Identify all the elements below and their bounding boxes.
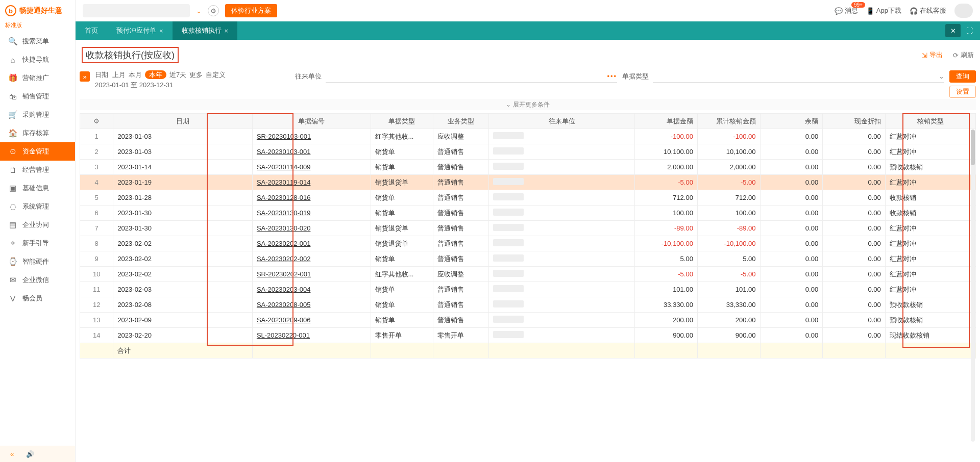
filter-date-range[interactable]: 2023-01-01 至 2023-12-31 bbox=[95, 81, 229, 90]
table-row[interactable]: 62023-01-30SA-20230130-019销货单普通销售100.001… bbox=[80, 206, 976, 221]
table-scrollbar-thumb[interactable] bbox=[971, 130, 975, 165]
table-row[interactable]: 42023-01-19SA-20230119-014销货退货单普通销售-5.00… bbox=[80, 175, 976, 190]
sidebar-item-8[interactable]: ▣基础信息 bbox=[0, 179, 75, 197]
col-party[interactable]: 往来单位 bbox=[489, 114, 635, 129]
doc-no-link[interactable]: SA-20230202-002 bbox=[257, 255, 311, 263]
date-range-本年[interactable]: 本年 bbox=[145, 70, 166, 79]
app-download-link[interactable]: 📱 App下载 bbox=[866, 6, 901, 15]
cell-doc-no: SA-20230119-014 bbox=[252, 175, 371, 190]
filter-doctype-select[interactable]: ⌄ bbox=[653, 70, 944, 83]
cell-doc-type: 销货单 bbox=[371, 251, 433, 267]
date-to: 2023-12-31 bbox=[139, 81, 174, 89]
party-more-icon[interactable]: ••• bbox=[607, 72, 617, 80]
doc-no-link[interactable]: SL-20230220-001 bbox=[257, 331, 310, 339]
col-cum-writeoff[interactable]: 累计核销金额 bbox=[697, 114, 760, 129]
doc-no-link[interactable]: SA-20230119-014 bbox=[257, 178, 311, 186]
doc-no-link[interactable]: SR-20230103-001 bbox=[257, 133, 311, 140]
brand-edition: 标准版 bbox=[0, 21, 75, 32]
filter-party-input[interactable]: ••• bbox=[326, 70, 617, 83]
col-biz-type[interactable]: 业务类型 bbox=[433, 114, 489, 129]
sidebar-item-6[interactable]: ⊙资金管理 bbox=[0, 142, 75, 161]
org-selector[interactable] bbox=[83, 4, 190, 17]
table-row[interactable]: 112023-02-03SA-20230203-004销货单普通销售101.00… bbox=[80, 282, 976, 297]
doc-no-link[interactable]: SA-20230114-009 bbox=[257, 163, 311, 171]
tab-1[interactable]: 预付冲应付单× bbox=[107, 21, 173, 40]
table-row[interactable]: 52023-01-28SA-20230128-016销货单普通销售712.007… bbox=[80, 190, 976, 206]
table-row[interactable]: 132023-02-09SA-20230209-006销货单普通销售200.00… bbox=[80, 313, 976, 328]
online-service-link[interactable]: 🎧 在线客服 bbox=[910, 6, 946, 15]
sidebar-item-4[interactable]: 🛒采购管理 bbox=[0, 106, 75, 124]
cell-index: 4 bbox=[80, 175, 113, 190]
org-caret-icon[interactable]: ⌄ bbox=[196, 7, 202, 15]
table-header-row: ⚙ 日期 单据编号 单据类型 业务类型 往来单位 单据金额 累计核销金额 余额 … bbox=[80, 114, 976, 129]
doc-no-link[interactable]: SA-20230103-001 bbox=[257, 148, 311, 156]
tab-close-icon[interactable]: ✕ bbox=[945, 24, 961, 37]
doc-no-link[interactable]: SA-20230202-001 bbox=[257, 240, 311, 247]
table-row[interactable]: 72023-01-30SA-20230130-020销货退货单普通销售-89.0… bbox=[80, 221, 976, 236]
doc-no-link[interactable]: SA-20230208-005 bbox=[257, 301, 311, 309]
sidebar-item-0[interactable]: 🔍搜索菜单 bbox=[0, 32, 75, 50]
col-cash-discount[interactable]: 现金折扣 bbox=[823, 114, 886, 129]
sidebar-item-10[interactable]: ▤企业协同 bbox=[0, 216, 75, 234]
doc-no-link[interactable]: SA-20230203-004 bbox=[257, 286, 311, 293]
date-range-更多[interactable]: 更多 bbox=[189, 71, 203, 79]
doc-no-link[interactable]: SA-20230209-006 bbox=[257, 316, 311, 324]
table-row[interactable]: 102023-02-02SR-20230202-001红字其他收...应收调整-… bbox=[80, 267, 976, 282]
col-doc-no[interactable]: 单据编号 bbox=[252, 114, 371, 129]
doc-no-link[interactable]: SA-20230130-020 bbox=[257, 224, 311, 232]
sidebar-item-label: 企业微信 bbox=[22, 275, 49, 285]
page-title: 收款核销执行(按应收) bbox=[86, 50, 175, 60]
col-doc-type[interactable]: 单据类型 bbox=[371, 114, 433, 129]
user-avatar[interactable] bbox=[954, 4, 973, 18]
tab-close-x-icon[interactable]: × bbox=[225, 27, 229, 35]
table-row[interactable]: 122023-02-08SA-20230208-005销货单普通销售33,330… bbox=[80, 297, 976, 313]
settings-button[interactable]: 设置 bbox=[949, 86, 976, 98]
export-link[interactable]: ⇲导出 bbox=[922, 50, 943, 60]
messages-link[interactable]: 💬 消息 99+ bbox=[835, 6, 858, 15]
sound-icon[interactable]: 🔊 bbox=[26, 450, 34, 458]
table-row[interactable]: 142023-02-20SL-20230220-001零售开单零售开单900.0… bbox=[80, 328, 976, 343]
sidebar-item-13[interactable]: ✉企业微信 bbox=[0, 271, 75, 289]
settings-gear-icon[interactable]: ⚙ bbox=[208, 5, 219, 16]
doc-no-link[interactable]: SA-20230130-019 bbox=[257, 209, 311, 217]
sidebar-item-icon: 🛍 bbox=[8, 92, 17, 101]
sidebar-item-14[interactable]: V畅会员 bbox=[0, 289, 75, 307]
expand-filters-toggle[interactable]: ⌄ 展开更多条件 bbox=[80, 99, 976, 110]
collapse-filters-icon[interactable]: » bbox=[80, 71, 90, 82]
sidebar-item-7[interactable]: 🗒经营管理 bbox=[0, 161, 75, 179]
sidebar-item-3[interactable]: 🛍销售管理 bbox=[0, 87, 75, 106]
sidebar-item-5[interactable]: 🏠库存核算 bbox=[0, 124, 75, 142]
tab-close-x-icon[interactable]: × bbox=[159, 27, 163, 35]
table-row[interactable]: 82023-02-02SA-20230202-001销货退货单普通销售-10,1… bbox=[80, 236, 976, 251]
date-range-上月[interactable]: 上月 bbox=[112, 71, 126, 79]
table-row[interactable]: 12023-01-03SR-20230103-001红字其他收...应收调整-1… bbox=[80, 129, 976, 144]
promo-button[interactable]: 体验行业方案 bbox=[225, 4, 277, 17]
sidebar-item-1[interactable]: ⌂快捷导航 bbox=[0, 50, 75, 69]
table-row[interactable]: 22023-01-03SA-20230103-001销货单普通销售10,100.… bbox=[80, 144, 976, 160]
sidebar-item-11[interactable]: ✧新手引导 bbox=[0, 234, 75, 252]
app-download-label: App下载 bbox=[876, 6, 901, 15]
date-range-自定义[interactable]: 自定义 bbox=[206, 71, 226, 79]
doc-no-link[interactable]: SR-20230202-001 bbox=[257, 270, 311, 278]
sidebar-item-9[interactable]: ◌系统管理 bbox=[0, 197, 75, 216]
col-balance[interactable]: 余额 bbox=[760, 114, 823, 129]
query-button[interactable]: 查询 bbox=[949, 70, 976, 83]
brand-name: 畅捷通好生意 bbox=[19, 6, 62, 15]
col-date[interactable]: 日期 bbox=[113, 114, 253, 129]
doc-no-link[interactable]: SA-20230128-016 bbox=[257, 194, 311, 201]
cell-index: 6 bbox=[80, 206, 113, 221]
col-amount[interactable]: 单据金额 bbox=[635, 114, 698, 129]
table-row[interactable]: 92023-02-02SA-20230202-002销货单普通销售5.005.0… bbox=[80, 251, 976, 267]
table-row[interactable]: 32023-01-14SA-20230114-009销货单普通销售2,000.0… bbox=[80, 160, 976, 175]
collapse-sidebar-icon[interactable]: « bbox=[10, 450, 14, 458]
date-range-本月[interactable]: 本月 bbox=[129, 71, 142, 79]
tab-0[interactable]: 首页 bbox=[76, 21, 107, 40]
col-writeoff-type[interactable]: 核销类型 bbox=[885, 114, 975, 129]
refresh-link[interactable]: ⟳刷新 bbox=[953, 50, 974, 60]
sidebar-item-12[interactable]: ⌚智能硬件 bbox=[0, 252, 75, 271]
date-range-近7天[interactable]: 近7天 bbox=[169, 71, 186, 79]
sidebar-item-2[interactable]: 🎁营销推广 bbox=[0, 69, 75, 87]
fullscreen-icon[interactable]: ⛶ bbox=[962, 24, 977, 37]
tab-2[interactable]: 收款核销执行× bbox=[173, 21, 238, 40]
col-gear[interactable]: ⚙ bbox=[80, 114, 113, 129]
